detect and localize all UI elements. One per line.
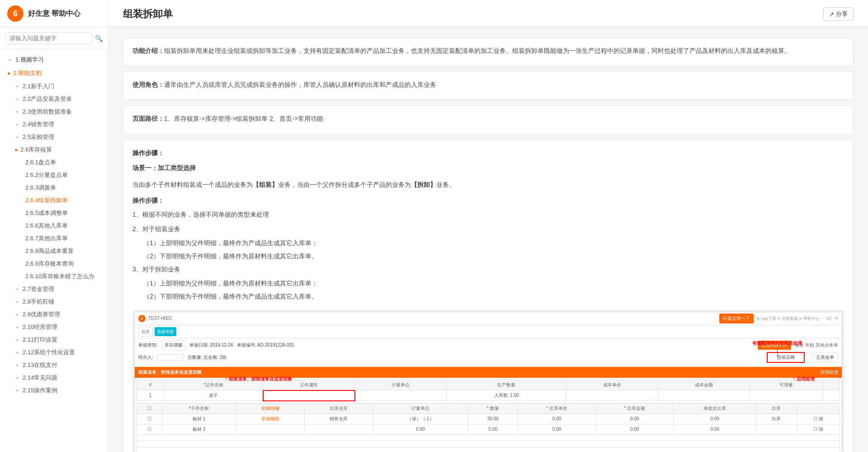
step2-sub1: （1）上部明细为父件明细，最终作为产成品生成其它入库单； (143, 238, 844, 249)
nav-item-262[interactable]: 2.6.2分量盘点单 (22, 169, 108, 181)
annotation-switch: ↑ 组装业务、拆卸业务在这里切换 (225, 375, 292, 383)
nav-item-264[interactable]: 2.6.4组装拆卸单 (22, 194, 108, 207)
nav-item-266[interactable]: 2.6.6其他入库单 (22, 219, 108, 232)
nav-label-2610: 2.6.10库存账本错了怎么办 (25, 272, 94, 281)
td2-5-empty (137, 447, 840, 452)
sidebar: 6 好生意 帮助中心 🔍 ＋ 1.视频学习 ● 2.帮助文档 ＋ 2.1新手入门… (0, 0, 108, 452)
th2-goods: *子件名称 (162, 403, 236, 414)
logo-icon: 6 (7, 5, 24, 22)
nav-item-28[interactable]: ＋ 2.8手机旺铺 (11, 295, 108, 308)
search-box: 🔍 (0, 28, 108, 49)
td2-2-checkbox: ☐ (137, 424, 162, 434)
step3-sub2: （2）下部明细为子件明细，最终作为产成品生成其它入库单。 (143, 291, 844, 302)
role-label: 使用角色： (132, 81, 164, 88)
share-icon: ↗ (829, 11, 834, 18)
feature-intro-card: 功能介绍：组装拆卸单用来处理企业组装或拆卸等加工业务，支持有固定装配清单的产品加… (123, 38, 854, 66)
td2-2-goods: 板材 2 (162, 424, 236, 434)
td-unit-cost (566, 390, 658, 401)
nav-label-24: 2.4销售管理 (23, 120, 54, 128)
table-row-sub-3 (137, 434, 840, 441)
th2-qty: * 数量 (468, 403, 518, 414)
step3: 3、对于拆卸业务 (132, 264, 844, 275)
mini-tab-home[interactable]: 自页 (138, 327, 153, 337)
td2-2-qty: 0.00 (468, 424, 518, 434)
expand-icon-29: ＋ (14, 311, 20, 319)
mini-tab-new[interactable]: 新建单据 (155, 327, 176, 336)
td2-1-goods: 板材 1 (162, 414, 236, 424)
expand-icon-28: ＋ (14, 298, 20, 306)
path-label: 页面路径： (132, 115, 164, 122)
expand-icon-214: ＋ (14, 374, 20, 382)
nav-label-211: 2.11打印设置 (23, 336, 57, 344)
nav-label-269: 2.6.9库存账本查询 (25, 260, 74, 268)
td2-1-ops: 出库 (756, 414, 797, 424)
nav-label-265: 2.6.5成本调整单 (25, 209, 68, 217)
mini-type-switch-bar: 组装业务、拆卸业务在这里切换 启用处理 ↑ 组装业务、拆卸业务在这里切换 ↑ 启… (135, 367, 842, 378)
th2-batch: 单批次出库 (674, 403, 756, 414)
search-button[interactable]: 🔍 (95, 35, 103, 42)
mini-close-icon: ✕ (835, 314, 838, 323)
nav-item-video[interactable]: ＋ 1.视频学习 (0, 53, 108, 67)
search-input[interactable] (5, 32, 92, 44)
nav-label-video: 1.视频学习 (15, 56, 44, 64)
nav-item-210[interactable]: ＋ 2.10经营管理 (11, 321, 108, 333)
ops-label: 操作步骤： (132, 147, 844, 159)
nav-item-263[interactable]: 2.6.3调拨单 (22, 181, 108, 194)
nav-item-268[interactable]: 2.6.8商品成本重算 (22, 245, 108, 257)
annotation-enable: ↑ 启用处理 (793, 375, 815, 383)
nav-item-211[interactable]: ＋ 2.11打印设置 (11, 333, 108, 346)
mini-lower-table: ☐ *子件名称 添加明细 出库仓库 计量单位 * 数量 * 出库单价 * 出库金… (137, 403, 840, 452)
th-qty: 生产数量 (447, 380, 566, 390)
nav-item-267[interactable]: 2.6.7其他出库单 (22, 232, 108, 245)
path-card: 页面路径：1、库存核算->库存管理->组装拆卸单 2、首页->常用功能 (123, 105, 854, 134)
nav-label-264: 2.6.4组装拆卸单 (25, 196, 68, 205)
step2-sub2: （2）下部明细为子件明细，最终作为原材料生成其它出库单。 (143, 251, 844, 262)
nav-tree: ＋ 1.视频学习 ● 2.帮助文档 ＋ 2.1新手入门 ＋ 2.2产品安装及登录… (0, 49, 108, 452)
nav-item-29[interactable]: ＋ 2.9优惠券管理 (11, 308, 108, 321)
nav-item-21[interactable]: ＋ 2.1新手入门 (11, 80, 108, 93)
nav-item-26[interactable]: ● 2.6库存核算 (11, 143, 108, 156)
nav-item-215[interactable]: ＋ 2.15操作案例 (11, 384, 108, 397)
nav-item-2610[interactable]: 2.6.10库存账本错了怎么办 (22, 270, 108, 283)
expand-icon-213: ＋ (14, 362, 20, 369)
role-card: 使用角色：通常由生产人员或库管人员完成拆装业务的操作，库管人员确认原材料的出库和… (123, 71, 854, 100)
nav-item-214[interactable]: ＋ 2.14常见问题 (11, 371, 108, 384)
td2-2-batch: 0.00 (674, 424, 756, 434)
nav-item-22[interactable]: ＋ 2.2产品安装及登录 (11, 93, 108, 105)
path-text: 1、库存核算->库存管理->组装拆卸单 2、首页->常用功能 (164, 115, 323, 122)
nav-label-213: 2.13在线支付 (23, 361, 57, 369)
nav-label-26: 2.6库存核算 (20, 146, 52, 154)
nav-item-213[interactable]: ＋ 2.13在线支付 (11, 359, 108, 371)
nav-label-268: 2.6.8商品成本重算 (25, 247, 74, 255)
td2-1-unit-cost: 0.00 (596, 414, 674, 424)
nav-item-261[interactable]: 2.6.1盘点单 (22, 156, 108, 169)
nav-item-25[interactable]: ＋ 2.5采购管理 (11, 131, 108, 143)
td2-1-qty: 30.00 (468, 414, 518, 424)
mini-app-ui: 6 TEST-H002 问题反馈一下 ⊕ App下载 ⊕ 在线客服 ⊕ 帮助中心… (134, 312, 842, 452)
td2-2-unit-cost: 0.00 (596, 424, 674, 434)
nav-item-docs[interactable]: ● 2.帮助文档 (0, 67, 108, 80)
nav-item-23[interactable]: ＋ 2.3使用前数据准备 (11, 105, 108, 118)
th2-unit-cost: * 出库金额 (596, 403, 674, 414)
expand-icon-22: ＋ (14, 95, 20, 103)
nav-item-269[interactable]: 2.6.9库存账本查询 (22, 257, 108, 270)
td2-2-ops (756, 424, 797, 434)
mini-form-area: 单据类型: 库存调拨 单据日期: 2019-12-26 单据编号: AD-201… (135, 338, 842, 367)
mini-worker-input[interactable] (157, 354, 184, 361)
mini-logo: 6 (138, 315, 146, 322)
nav-item-265[interactable]: 2.6.5成本调整单 (22, 207, 108, 219)
mini-field-no: 单据编号: AD-20191226-001 (237, 341, 294, 349)
td2-1-warehouse: 销售仓库 (304, 414, 373, 424)
mini-type-value[interactable]: 库存调拨 (161, 340, 186, 350)
mini-badge: 问题反馈一下 (719, 314, 754, 324)
mini-btn-confirm[interactable]: 立美妆单 (812, 352, 838, 362)
nav-item-27[interactable]: ＋ 2.7资金管理 (11, 283, 108, 295)
sidebar-header: 6 好生意 帮助中心 (0, 0, 108, 28)
nav-item-24[interactable]: ＋ 2.4销售管理 (11, 118, 108, 131)
share-button[interactable]: ↗ 分享 (823, 7, 854, 21)
td2-2-action: ☐ 筛 (797, 424, 840, 434)
nav-label-27: 2.7资金管理 (23, 285, 54, 293)
nav-label-25: 2.5采购管理 (23, 133, 54, 141)
page-title: 组装拆卸单 (123, 7, 173, 21)
nav-item-212[interactable]: ＋ 2.12系统个性化设置 (11, 346, 108, 359)
